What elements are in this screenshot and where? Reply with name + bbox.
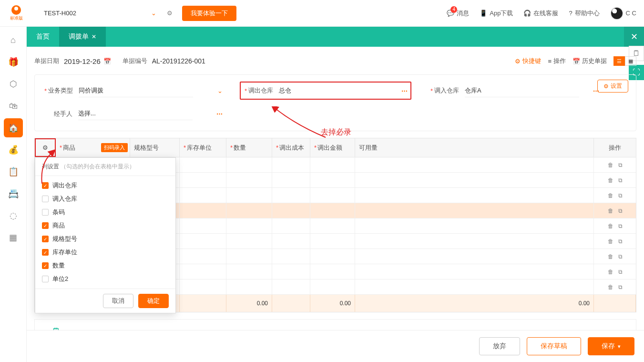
sidebar-gift-icon[interactable]: 🎁 <box>4 52 23 72</box>
delete-icon[interactable]: 🗑 <box>608 162 613 168</box>
copy-icon[interactable]: ⧉ <box>618 269 623 275</box>
th-cost: *调出成本 <box>272 138 310 157</box>
delete-icon[interactable]: 🗑 <box>608 253 613 260</box>
column-option[interactable]: 单位2 <box>35 272 175 286</box>
copy-icon[interactable]: ⧉ <box>618 223 623 229</box>
close-all-button[interactable]: ✕ <box>624 27 644 47</box>
delete-icon[interactable]: 🗑 <box>608 238 613 245</box>
field-out-warehouse[interactable]: * 调出仓库 总仓 ⋯ <box>240 82 411 100</box>
shortcut-link[interactable]: ⚙快捷键 <box>515 57 541 65</box>
tab-transfer[interactable]: 调拨单 ✕ <box>59 27 106 47</box>
copy-icon[interactable]: ⧉ <box>618 238 623 245</box>
sidebar-warehouse-icon[interactable]: 🏠 <box>4 118 23 137</box>
gear-icon[interactable]: ⚙ <box>167 10 173 17</box>
save-button[interactable]: 保存▾ <box>588 337 634 355</box>
copy-icon[interactable]: ⧉ <box>618 253 623 260</box>
sidebar-bag-icon[interactable]: 🛍 <box>4 96 23 115</box>
headset-icon: 🎧 <box>523 10 531 17</box>
in-wh-label: 调入仓库 <box>434 86 459 95</box>
scan-input-badge[interactable]: 扫码录入 <box>101 143 128 152</box>
view-toggle: ☰ ▦ <box>613 56 636 66</box>
column-option[interactable]: ✓规格型号 <box>35 232 175 246</box>
th-amount: *调出金额 <box>310 138 355 157</box>
try-button[interactable]: 我要体验一下 <box>182 6 236 21</box>
column-option[interactable]: ✓商品 <box>35 219 175 232</box>
delete-icon[interactable]: 🗑 <box>608 177 613 184</box>
more-dots-icon[interactable]: ⋯ <box>216 110 223 117</box>
sidebar-clipboard-icon[interactable]: 📋 <box>4 162 23 181</box>
avatar <box>610 7 624 20</box>
messages-label: 消息 <box>457 9 469 18</box>
sidebar-home-icon[interactable]: ⌂ <box>4 31 23 50</box>
discard-button[interactable]: 放弃 <box>479 337 520 355</box>
checkbox-icon: ✓ <box>42 262 49 269</box>
column-settings-button[interactable]: ⚙ <box>35 138 56 157</box>
history-link[interactable]: 📅历史单据 <box>572 57 607 65</box>
delete-icon[interactable]: 🗑 <box>608 192 613 199</box>
copy-icon[interactable]: ⧉ <box>618 177 623 184</box>
operate-link[interactable]: ≡操作 <box>548 57 566 65</box>
tab-home[interactable]: 首页 <box>27 27 59 47</box>
column-list[interactable]: ✓调出仓库调入仓库条码✓商品✓规格型号✓库存单位✓数量单位2 <box>35 176 175 289</box>
sidebar-cycle-icon[interactable]: ◌ <box>4 206 23 225</box>
sidebar: ⌂ 🎁 ⬡ 🛍 🏠 💰 📋 📇 ◌ ▦ <box>0 27 27 362</box>
delete-icon[interactable]: 🗑 <box>608 207 613 214</box>
column-option[interactable]: ✓调出仓库 <box>35 179 175 192</box>
close-icon[interactable]: ✕ <box>92 33 96 40</box>
online-service-link[interactable]: 🎧 在线客服 <box>523 9 558 18</box>
delete-icon[interactable]: 🗑 <box>608 269 613 275</box>
field-handler[interactable]: 经手人 选择... ⋯ <box>44 107 225 120</box>
checkbox-icon <box>42 276 49 282</box>
tab-home-label: 首页 <box>36 32 50 41</box>
sidebar-shield-icon[interactable]: ⬡ <box>4 74 23 93</box>
copy-icon[interactable]: ⧉ <box>618 192 623 199</box>
note-icon: 🗒 <box>44 326 68 330</box>
footer-amount: 0.00 <box>310 295 355 312</box>
handler-placeholder: 选择... <box>78 107 193 120</box>
sidebar-contact-icon[interactable]: 📇 <box>4 184 23 203</box>
column-option[interactable]: 条码 <box>35 206 175 219</box>
field-biz-type[interactable]: * 业务类型 同价调拨 ⌄ <box>44 84 225 97</box>
handler-label: 经手人 <box>54 110 72 118</box>
delete-icon[interactable]: 🗑 <box>608 284 613 290</box>
doc-info-row: 单据日期 2019-12-26 📅 单据编号 AL-20191226-001 ⚙… <box>34 52 636 70</box>
copy-icon[interactable]: ⧉ <box>618 162 623 168</box>
list-view-button[interactable]: ☰ <box>613 56 625 66</box>
checkbox-icon <box>42 209 49 216</box>
logo-icon <box>11 5 21 15</box>
copy-icon[interactable]: ⧉ <box>618 284 623 290</box>
sidebar-new-icon[interactable]: ▦ <box>4 228 23 247</box>
grid-view-button[interactable]: ▦ <box>625 56 636 66</box>
delete-icon[interactable]: 🗑 <box>608 223 613 229</box>
calendar-icon[interactable]: 📅 <box>103 58 111 65</box>
date-value[interactable]: 2019-12-26 <box>64 57 101 65</box>
copy-icon[interactable]: ⧉ <box>618 207 623 214</box>
field-in-warehouse[interactable]: * 调入仓库 仓库A ⋯ <box>430 84 602 97</box>
app-download-link[interactable]: 📱 App下载 <box>480 9 513 18</box>
user-menu[interactable]: C C <box>610 7 636 20</box>
column-option-label: 库存单位 <box>52 248 77 257</box>
confirm-button[interactable]: 确定 <box>138 294 169 308</box>
gear-icon: ⚙ <box>603 83 609 90</box>
more-dots-icon[interactable]: ⋯ <box>401 87 408 94</box>
remarks-icon-label: 🗒 备注信息 <box>44 326 68 330</box>
company-selector[interactable]: TEST-H002 ⌄ <box>38 6 162 21</box>
in-wh-value: 仓库A <box>465 84 579 97</box>
popover-actions: 取消 确定 <box>35 289 175 313</box>
column-option[interactable]: 调入仓库 <box>35 192 175 206</box>
save-draft-button[interactable]: 保存草稿 <box>527 337 581 355</box>
cancel-button[interactable]: 取消 <box>103 294 133 308</box>
sidebar-money-icon[interactable]: 💰 <box>4 140 23 159</box>
calendar-icon: 📅 <box>572 58 580 65</box>
app-download-label: App下载 <box>490 9 513 18</box>
fields-row-2: 经手人 选择... ⋯ <box>44 107 626 120</box>
fields-card: ⚙ 设置 * 业务类型 同价调拨 ⌄ * 调出仓库 总仓 ⋯ <box>34 74 636 131</box>
help-center-link[interactable]: ? 帮助中心 <box>569 9 599 18</box>
more-dots-icon[interactable]: ⋯ <box>593 87 599 94</box>
column-option[interactable]: ✓数量 <box>35 259 175 272</box>
footer-qty: 0.00 <box>226 295 272 312</box>
messages-link[interactable]: 💬 4 消息 <box>447 9 469 18</box>
checkbox-icon: ✓ <box>42 182 49 189</box>
company-name: TEST-H002 <box>44 10 76 17</box>
column-option[interactable]: ✓库存单位 <box>35 246 175 259</box>
